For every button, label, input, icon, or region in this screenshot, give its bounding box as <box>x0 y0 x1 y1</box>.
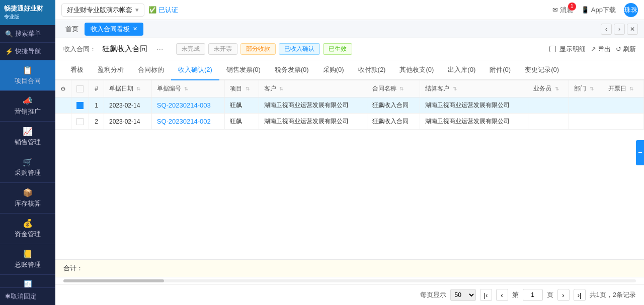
sidebar-nav-list: 📋 项目合同 📣 营销推广 📈 销售管理 🛒 采购管理 📦 库存核算 💰 资金管… <box>0 60 55 287</box>
download-icon: 📱 <box>581 6 589 14</box>
right-panel-button[interactable]: ☰ <box>636 140 644 165</box>
per-page-select[interactable]: 50 20 100 <box>450 289 476 301</box>
settings-cell <box>55 97 71 114</box>
contract-icon: 📋 <box>23 65 33 75</box>
row-checkbox[interactable] <box>76 118 84 125</box>
tab-close-button[interactable]: ✕ <box>133 26 137 32</box>
th-dept[interactable]: 部门 ⇅ <box>569 80 603 97</box>
pagination: 每页显示 50 20 100 |‹ ‹ 第 页 › ›| 共1页，2条记录 <box>55 284 644 305</box>
th-number: # <box>89 80 104 97</box>
first-page-button[interactable]: |‹ <box>480 289 492 301</box>
sidebar-item-funds[interactable]: 💰 资金管理 <box>0 214 55 244</box>
sidebar-item-ledger[interactable]: 📒 总账管理 <box>0 244 55 275</box>
date-cell: 2023-02-14 <box>104 114 152 130</box>
subtab-tax-invoice[interactable]: 税务发票(0) <box>268 60 316 80</box>
order-no-link[interactable]: SQ-20230214-003 <box>157 101 211 109</box>
last-page-button[interactable]: ›| <box>574 289 586 301</box>
row-checkbox[interactable] <box>76 102 84 109</box>
th-customer[interactable]: 客户 ⇅ <box>259 80 367 97</box>
subtabs: 看板 盈利分析 合同标的 收入确认(2) 销售发票(0) 税务发票(0) 采购(… <box>55 60 644 80</box>
subtab-other[interactable]: 其他收支(0) <box>392 60 441 80</box>
subtab-warehouse[interactable]: 出入库(0) <box>441 60 482 80</box>
company-selector[interactable]: 好业财专业版演示帐套 ▾ <box>61 4 144 17</box>
sort-project-icon: ⇅ <box>246 86 250 91</box>
status-incomplete[interactable]: 未完成 <box>176 43 205 55</box>
tab-next-button[interactable]: › <box>614 24 625 35</box>
order-no-link[interactable]: SQ-20230214-002 <box>157 118 211 125</box>
sort-settle-icon: ⇅ <box>453 86 457 91</box>
sidebar-item-invoice[interactable]: 🧾 发票管理 <box>0 275 55 287</box>
subtab-purchase[interactable]: 采购(0) <box>316 60 351 80</box>
sort-salesman-icon: ⇅ <box>555 86 559 91</box>
scroll-bar-area <box>55 277 644 284</box>
app-download-button[interactable]: 📱 App下载 <box>581 6 616 15</box>
sort-dept-icon: ⇅ <box>590 86 594 91</box>
more-options-button[interactable]: ··· <box>153 45 166 54</box>
sidebar-item-inventory[interactable]: 📦 库存核算 <box>0 183 55 214</box>
subtab-revenue-confirm[interactable]: 收入确认(2) <box>171 60 219 80</box>
th-contract-name[interactable]: 合同名称 ⇅ <box>367 80 420 97</box>
table-row[interactable]: 2 2023-02-14 SQ-20230214-002 狂飙 湖南卫视商业运营… <box>55 114 644 130</box>
page-number-input[interactable] <box>523 289 543 301</box>
user-avatar[interactable]: 珠珠 <box>624 3 638 17</box>
order-no-cell[interactable]: SQ-20230214-002 <box>151 114 225 130</box>
export-button[interactable]: ↗ 导出 <box>591 45 611 54</box>
status-partial-receipt[interactable]: 部分收款 <box>240 43 276 55</box>
scroll-track[interactable] <box>63 279 636 282</box>
th-project[interactable]: 项目 ⇅ <box>225 80 259 97</box>
subtab-profit[interactable]: 盈利分析 <box>91 60 131 80</box>
th-order-no[interactable]: 单据编号 ⇅ <box>151 80 225 97</box>
subtab-change-log[interactable]: 变更记录(0) <box>518 60 566 80</box>
sidebar-item-marketing[interactable]: 📣 营销推广 <box>0 91 55 122</box>
checkbox-cell[interactable] <box>71 114 89 130</box>
status-effective[interactable]: 已生效 <box>323 43 352 55</box>
subtab-attachments[interactable]: 附件(0) <box>482 60 518 80</box>
th-settings[interactable]: ⚙ <box>55 80 71 97</box>
subtab-contract-item[interactable]: 合同标的 <box>131 60 171 80</box>
salesman-cell <box>528 114 569 130</box>
th-settle-customer[interactable]: 结算客户 ⇅ <box>420 80 528 97</box>
select-all-checkbox[interactable] <box>76 85 84 92</box>
total-label: 合计： <box>63 264 83 273</box>
th-invoice-date[interactable]: 开票日 ⇅ <box>603 80 643 97</box>
subtab-payment[interactable]: 收付款(2) <box>351 60 393 80</box>
order-no-cell[interactable]: SQ-20230214-003 <box>151 97 225 114</box>
home-tab[interactable]: 首页 <box>61 25 83 34</box>
scroll-thumb[interactable] <box>63 279 164 282</box>
table-row[interactable]: 1 2023-02-14 SQ-20230214-003 狂飙 湖南卫视商业运营… <box>55 97 644 114</box>
th-select-all[interactable] <box>71 80 89 97</box>
next-page-button[interactable]: › <box>557 289 570 301</box>
project-cell: 狂飙 <box>225 97 259 114</box>
settle-customer-cell: 湖南卫视商业运营发展有限公司 <box>420 114 528 130</box>
sidebar-quick-nav[interactable]: ⚡ 快捷导航 <box>0 43 55 60</box>
contract-board-tab[interactable]: 收入合同看板 ✕ <box>85 23 143 36</box>
sidebar-item-project-contract[interactable]: 📋 项目合同 <box>0 60 55 91</box>
table-area: ⚙ # 单据日期 ⇅ 单据编号 ⇅ 项目 ⇅ 客户 ⇅ 合同名称 ⇅ 结算客户 … <box>55 80 644 259</box>
dept-cell <box>569 97 603 114</box>
topbar: 好业财专业版演示帐套 ▾ ✅ 已认证 ✉ 消息 1 📱 App下载 珠珠 <box>55 0 644 20</box>
prev-page-button[interactable]: ‹ <box>496 289 508 301</box>
checkbox-cell[interactable] <box>71 97 89 114</box>
status-no-invoice[interactable]: 未开票 <box>208 43 237 55</box>
show-detail-checkbox[interactable] <box>549 46 556 52</box>
status-revenue-confirmed[interactable]: 已收入确认 <box>279 43 320 55</box>
subtab-sales-invoice[interactable]: 销售发票(0) <box>219 60 268 80</box>
app-logo: 畅捷通好业财 专业版 <box>0 0 55 25</box>
contract-title: 狂飙收入合同 <box>102 44 147 54</box>
sidebar-pin-button[interactable]: ✱取消固定 <box>0 288 55 305</box>
subtab-board[interactable]: 看板 <box>63 60 91 80</box>
th-date[interactable]: 单据日期 ⇅ <box>104 80 152 97</box>
sidebar: 畅捷通好业财 专业版 🔍 搜索菜单 ⚡ 快捷导航 📋 项目合同 📣 营销推广 📈… <box>0 0 55 305</box>
th-salesman[interactable]: 业务员 ⇅ <box>528 80 569 97</box>
tab-prev-button[interactable]: ‹ <box>601 24 612 35</box>
show-detail-toggle[interactable]: 显示明细 <box>549 45 586 54</box>
sidebar-item-purchase[interactable]: 🛒 采购管理 <box>0 152 55 183</box>
ledger-icon: 📒 <box>23 249 33 259</box>
dropdown-icon: ▾ <box>135 6 139 14</box>
message-button[interactable]: ✉ 消息 1 <box>552 6 573 15</box>
refresh-button[interactable]: ↺ 刷新 <box>616 45 636 54</box>
sidebar-search[interactable]: 🔍 搜索菜单 <box>0 25 55 43</box>
sidebar-item-sales[interactable]: 📈 销售管理 <box>0 122 55 152</box>
table-footer: 合计： <box>55 259 644 277</box>
tab-close-all-button[interactable]: ✕ <box>627 24 638 35</box>
